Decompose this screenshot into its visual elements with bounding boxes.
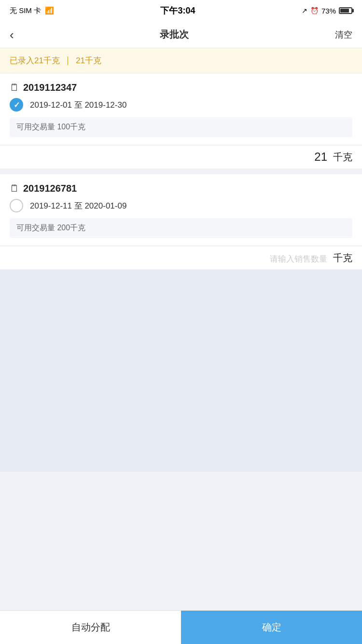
batch-date-2: 2019-12-11 至 2020-01-09 [30, 200, 126, 211]
card-separator [0, 168, 362, 174]
batch-date-row-1[interactable]: ✓ 2019-12-01 至 2019-12-30 [10, 98, 352, 112]
bottom-space [0, 269, 362, 472]
batch-amount-row-2: 千克 [0, 246, 362, 269]
batch-amount-input-1[interactable] [289, 150, 327, 164]
status-right: ↗ ⏰ 73% [302, 7, 352, 15]
check-icon-1: ✓ [14, 100, 20, 110]
batch-date-row-2[interactable]: 2019-12-11 至 2020-01-09 [10, 199, 352, 212]
wifi-icon: 📶 [45, 6, 54, 15]
batch-doc-icon-1: 🗒 [10, 82, 19, 93]
batch-id-2: 2019126781 [23, 183, 77, 194]
status-left: 无 SIM 卡 📶 [10, 6, 54, 15]
batch-available-2: 可用交易量 200千克 [10, 218, 352, 238]
batch-unit-2: 千克 [333, 252, 352, 265]
status-time: 下午3:04 [160, 5, 195, 16]
battery-percent: 73% [321, 7, 336, 15]
page-title: 录批次 [160, 28, 189, 41]
batch-date-1: 2019-12-01 至 2019-12-30 [30, 99, 126, 111]
batch-id-row-2: 🗒 2019126781 [10, 183, 352, 194]
clear-button[interactable]: 清空 [335, 29, 352, 41]
batch-amount-input-2[interactable] [231, 251, 327, 265]
main-content: 🗒 2019112347 ✓ 2019-12-01 至 2019-12-30 可… [0, 73, 362, 472]
radio-1[interactable]: ✓ [10, 98, 23, 112]
batch-amount-row-1: 千克 [0, 145, 362, 168]
location-icon: ↗ [302, 7, 307, 14]
footer: 自动分配 确定 [0, 610, 362, 644]
batch-id-row-1: 🗒 2019112347 [10, 82, 352, 93]
radio-2[interactable] [10, 199, 23, 212]
summary-value: 21千克 [76, 55, 101, 66]
status-bar: 无 SIM 卡 📶 下午3:04 ↗ ⏰ 73% [0, 0, 362, 21]
summary-label: 已录入21千克 [10, 55, 60, 66]
batch-card-1: 🗒 2019112347 ✓ 2019-12-01 至 2019-12-30 可… [0, 73, 362, 168]
battery-icon [339, 7, 352, 14]
nav-bar: ‹ 录批次 清空 [0, 21, 362, 48]
alarm-icon: ⏰ [310, 7, 319, 14]
batch-id-1: 2019112347 [23, 82, 77, 93]
batch-unit-1: 千克 [333, 151, 352, 164]
no-sim-label: 无 SIM 卡 [10, 6, 41, 15]
summary-divider [68, 56, 68, 65]
back-button[interactable]: ‹ [10, 28, 14, 41]
summary-bar: 已录入21千克 21千克 [0, 48, 362, 73]
batch-doc-icon-2: 🗒 [10, 183, 19, 194]
confirm-button[interactable]: 确定 [181, 611, 362, 644]
batch-card-2: 🗒 2019126781 2019-12-11 至 2020-01-09 可用交… [0, 174, 362, 269]
auto-distribute-button[interactable]: 自动分配 [0, 611, 181, 644]
batch-available-1: 可用交易量 100千克 [10, 117, 352, 137]
